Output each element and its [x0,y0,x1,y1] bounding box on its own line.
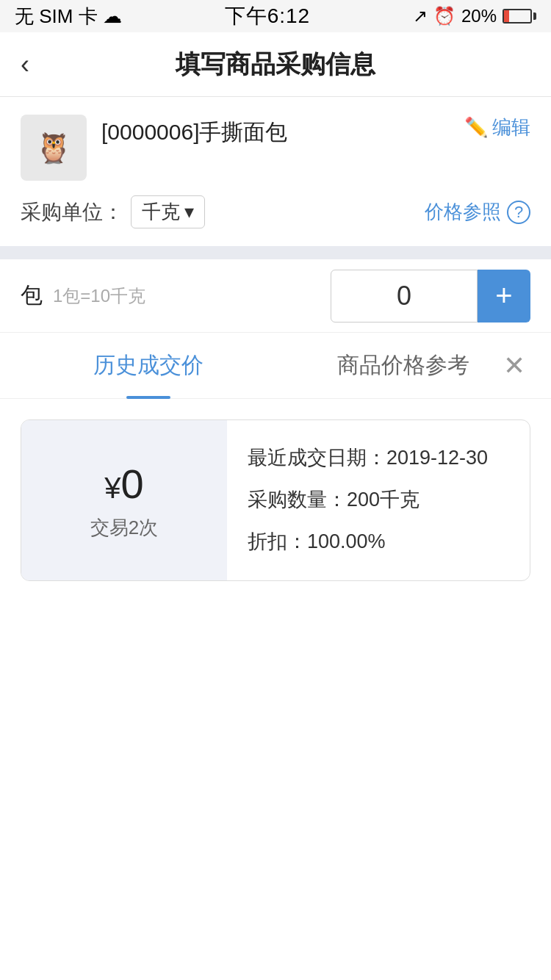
qty-right: + [331,270,530,323]
edit-icon: ✏️ [464,116,488,139]
qty-input-wrapper [331,270,478,323]
nav-bar: ‹ 填写商品采购信息 [0,32,551,97]
purchase-qty-row: 采购数量：200千克 [248,484,509,516]
status-left: 无 SIM 卡 ☁ [15,4,122,29]
price-value: 0 [121,461,144,507]
tab-close-button[interactable]: ✕ [498,350,530,382]
discount-row: 折扣：100.00% [248,526,509,558]
recent-date-label: 最近成交日期： [248,447,386,469]
card-price-display: ¥0 [104,460,143,508]
product-header: 🦉 [0000006]手撕面包 ✏️ 编辑 [21,115,530,181]
qty-unit-label: 包 [21,281,43,311]
unit-selector[interactable]: 千克 ▾ [131,195,205,228]
tab-product-label: 商品价格参考 [337,350,469,381]
chevron-down-icon: ▾ [184,201,194,223]
tab-product-price[interactable]: 商品价格参考 [276,333,530,399]
tab-underline [126,396,170,399]
price-ref-button[interactable]: 价格参照 ? [425,199,530,225]
edit-button[interactable]: ✏️ 编辑 [464,115,530,140]
discount-label: 折扣： [248,530,307,552]
price-card: ¥0 交易2次 最近成交日期：2019-12-30 采购数量：200千克 折扣：… [21,419,530,581]
edit-label: 编辑 [492,115,530,140]
qty-hint: 1包=10千克 [53,284,145,308]
qty-label-text: 采购数量： [248,489,347,511]
card-left: ¥0 交易2次 [21,420,227,580]
purchase-unit: 采购单位： 千克 ▾ [21,195,205,228]
divider-bar [0,246,551,259]
back-button[interactable]: ‹ [21,49,29,80]
recent-date-value: 2019-12-30 [386,447,488,469]
help-icon: ? [507,201,530,224]
qty-left: 包 1包=10千克 [21,281,145,311]
tabs-section: 历史成交价 商品价格参考 ✕ ¥0 交易2次 最近成交日期：2019-12-30… [0,333,551,602]
trade-count: 交易2次 [90,515,158,541]
currency-symbol: ¥ [104,472,120,504]
status-time: 下午6:12 [225,2,311,30]
product-left: 🦉 [0000006]手撕面包 [21,115,287,181]
price-ref-label: 价格参照 [425,199,501,225]
product-thumb-icon: 🦉 [35,131,72,165]
product-thumbnail: 🦉 [21,115,87,181]
qty-plus-button[interactable]: + [478,270,530,323]
location-icon: ↗ [413,6,428,26]
battery-icon [503,9,536,24]
unit-label: 采购单位： [21,198,123,226]
quantity-row: 包 1包=10千克 + [0,259,551,333]
status-bar: 无 SIM 卡 ☁ 下午6:12 ↗ ⏰ 20% [0,0,551,32]
tab-history-price[interactable]: 历史成交价 [21,333,276,399]
alarm-icon: ⏰ [433,6,455,26]
page-title: 填写商品采购信息 [176,48,375,82]
tab-history-label: 历史成交价 [93,350,204,381]
product-section: 🦉 [0000006]手撕面包 ✏️ 编辑 采购单位： 千克 ▾ 价格参照 ? [0,97,551,246]
card-area: ¥0 交易2次 最近成交日期：2019-12-30 采购数量：200千克 折扣：… [0,399,551,602]
battery-percent: 20% [461,6,497,26]
tabs-header: 历史成交价 商品价格参考 ✕ [0,333,551,399]
discount-value: 100.00% [307,530,386,552]
bottom-area [0,602,551,980]
card-right: 最近成交日期：2019-12-30 采购数量：200千克 折扣：100.00% [227,420,530,580]
qty-input[interactable] [331,281,477,311]
status-right: ↗ ⏰ 20% [413,6,536,26]
recent-date-row: 最近成交日期：2019-12-30 [248,442,509,474]
product-name: [0000006]手撕面包 [101,115,287,148]
no-sim-label: 无 SIM 卡 ☁ [15,4,122,29]
unit-value: 千克 [142,199,180,225]
product-row2: 采购单位： 千克 ▾ 价格参照 ? [21,195,530,228]
qty-value: 200千克 [347,489,419,511]
